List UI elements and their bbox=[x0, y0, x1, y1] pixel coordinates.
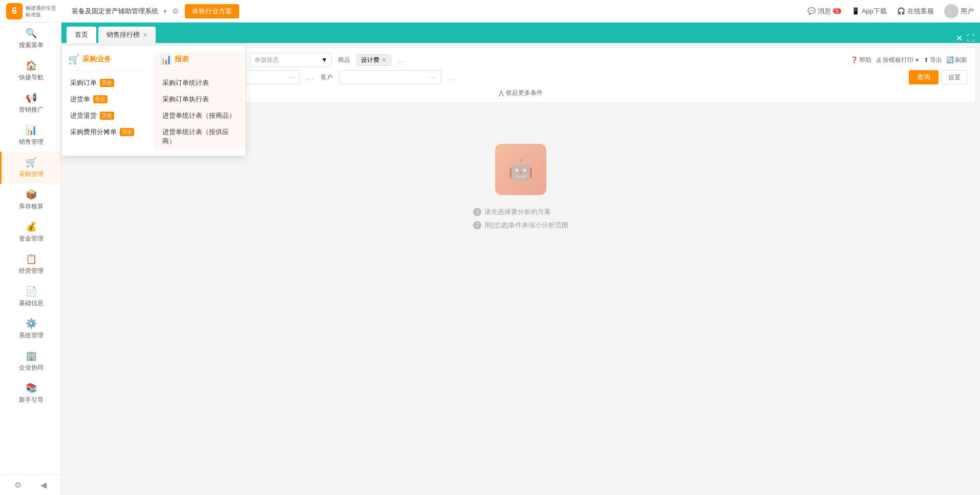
sidebar-item-finance[interactable]: 💰 资金管理 bbox=[0, 216, 61, 248]
dropdown-item-purchase-order-exec[interactable]: 采购订单执行表 bbox=[160, 91, 240, 107]
chevron-down-status: ▼ bbox=[322, 56, 328, 63]
dropdown-cols: 🛒 采购业务 采购订单 历史 进货单 历史 进货退货 历史 采购费用分摊单 历史 bbox=[62, 52, 245, 149]
logo-icon: 6 bbox=[6, 3, 23, 19]
dropdown-report-col: 📊 报表 采购订单统计表 采购订单执行表 进货单统计表（按商品） 进货单统计表（… bbox=[154, 52, 246, 149]
dropdown-item-purchase-order-stat[interactable]: 采购订单统计表 bbox=[160, 75, 240, 91]
export-btn[interactable]: ⬆ 导出 bbox=[924, 56, 942, 64]
gear-icon: ⚙️ bbox=[26, 318, 37, 329]
empty-tip-2: 2 用[过滤]条件来缩小分析范围 bbox=[473, 219, 568, 232]
sidebar-bottom: ⚙ ◀ bbox=[0, 475, 61, 495]
salesman-more[interactable]: ... bbox=[306, 74, 314, 81]
home-icon: 🏠 bbox=[26, 60, 37, 71]
cart-icon: 🛒 bbox=[26, 157, 37, 168]
chevron-up-icon: ⋀ bbox=[499, 90, 504, 97]
goods-tag-close[interactable]: ✕ bbox=[381, 56, 387, 63]
collapse-sidebar-icon[interactable]: ◀ bbox=[40, 480, 47, 490]
help-icon: ❓ bbox=[850, 56, 858, 63]
tab-bar: 首页 销售排行榜 ✕ ✕ ⛶ bbox=[61, 23, 980, 43]
sidebar-item-guide[interactable]: 📚 新手引导 bbox=[0, 377, 61, 410]
box-icon: 📦 bbox=[26, 189, 37, 200]
goods-tag: 设计费 ✕ bbox=[356, 54, 391, 66]
clipboard-icon: 📋 bbox=[26, 253, 37, 265]
help-btn[interactable]: ❓ 帮助 bbox=[850, 56, 871, 64]
tip-num-2: 2 bbox=[473, 221, 481, 229]
settings-bottom-icon[interactable]: ⚙ bbox=[14, 480, 22, 490]
user-btn[interactable]: 用户 bbox=[944, 4, 974, 18]
megaphone-icon: 📢 bbox=[26, 92, 37, 103]
history-badge-2: 历史 bbox=[100, 112, 114, 120]
sidebar: 🔍 搜索菜单 🏠 快捷导航 📢 营销推广 📊 销售管理 🛒 采购管理 📦 库存核… bbox=[0, 23, 61, 495]
query-btn[interactable]: 查询 bbox=[909, 70, 939, 84]
purchase-dropdown-menu: 🛒 采购业务 采购订单 历史 进货单 历史 进货退货 历史 采购费用分摊单 历史 bbox=[61, 45, 246, 156]
industry-btn[interactable]: 体验行业方案 bbox=[185, 4, 239, 18]
logo-text: 畅捷通好生意 标准版 bbox=[26, 5, 56, 18]
message-btn[interactable]: 💬 消息 5 bbox=[807, 7, 841, 16]
building-icon: 🏢 bbox=[26, 350, 37, 361]
tab-actions: ✕ ⛶ bbox=[956, 33, 975, 43]
headset-icon: 🎧 bbox=[897, 7, 905, 15]
sidebar-item-enterprise[interactable]: 🏢 企业协同 bbox=[0, 345, 61, 377]
report-col-title: 📊 报表 bbox=[160, 52, 240, 71]
tip-num-1: 1 bbox=[473, 208, 481, 216]
tab-close-btn[interactable]: ✕ bbox=[956, 33, 963, 43]
refresh-btn[interactable]: 🔄 刷新 bbox=[946, 56, 967, 64]
tab-home[interactable]: 首页 bbox=[67, 27, 96, 43]
goods-more[interactable]: ... bbox=[397, 56, 406, 64]
doc-icon: 📄 bbox=[26, 286, 37, 297]
empty-illustration: 🤖 bbox=[495, 144, 546, 195]
system-title: 装备及固定资产辅助管理系统 ▼ ⚙ bbox=[72, 7, 179, 16]
sidebar-item-operations[interactable]: 📋 经营管理 bbox=[0, 248, 61, 281]
history-badge-3: 历史 bbox=[120, 128, 134, 136]
app-download-btn[interactable]: 📱 App下载 bbox=[851, 7, 887, 16]
dropdown-item-purchase-in-goods[interactable]: 进货单统计表（按商品） bbox=[160, 107, 240, 124]
customer-more[interactable]: ... bbox=[448, 74, 456, 81]
print-dropdown-icon: ▼ bbox=[914, 57, 920, 63]
chevron-down-customer: — bbox=[431, 74, 437, 81]
online-service-btn[interactable]: 🎧 在线客服 bbox=[897, 7, 934, 16]
top-right: 💬 消息 5 📱 App下载 🎧 在线客服 用户 bbox=[807, 4, 974, 18]
top-header: 6 畅捷通好生意 标准版 装备及固定资产辅助管理系统 ▼ ⚙ 体验行业方案 💬 … bbox=[0, 0, 980, 23]
sidebar-item-sales[interactable]: 📊 销售管理 bbox=[0, 119, 61, 152]
money-icon: 💰 bbox=[26, 221, 37, 232]
chart-icon: 📊 bbox=[26, 124, 37, 136]
print-icon: 🖨 bbox=[876, 56, 882, 63]
settings-btn[interactable]: 设置 bbox=[942, 70, 967, 84]
refresh-icon: 🔄 bbox=[946, 56, 954, 63]
tab-close-icon[interactable]: ✕ bbox=[143, 32, 147, 38]
tab-sales-rank[interactable]: 销售排行榜 ✕ bbox=[98, 27, 156, 43]
settings-icon[interactable]: ⚙ bbox=[172, 7, 179, 16]
chevron-down-icon[interactable]: ▼ bbox=[162, 8, 168, 14]
dropdown-item-purchase-in[interactable]: 进货单 历史 bbox=[68, 91, 147, 107]
tab-expand-btn[interactable]: ⛶ bbox=[967, 34, 975, 43]
sidebar-item-system[interactable]: ⚙️ 系统管理 bbox=[0, 313, 61, 345]
dropdown-item-purchase-order[interactable]: 采购订单 历史 bbox=[68, 75, 147, 91]
history-badge-1: 历史 bbox=[93, 95, 108, 103]
purchase-col-icon: 🛒 bbox=[68, 54, 79, 65]
dropdown-item-purchase-in-supplier[interactable]: 进货单统计表（按供应商） bbox=[160, 124, 240, 149]
status-select[interactable]: 单据状态 ▼ bbox=[250, 53, 332, 67]
sidebar-item-quick-nav[interactable]: 🏠 快捷导航 bbox=[0, 55, 61, 87]
dropdown-item-purchase-return[interactable]: 进货退货 历史 bbox=[68, 107, 147, 124]
print-btn[interactable]: 🖨 按模板打印 ▼ bbox=[876, 56, 920, 64]
phone-icon: 📱 bbox=[851, 7, 860, 15]
goods-label: 商品 bbox=[338, 56, 350, 64]
sidebar-item-search[interactable]: 🔍 搜索菜单 bbox=[0, 23, 61, 55]
sidebar-item-basic-info[interactable]: 📄 基础信息 bbox=[0, 281, 61, 313]
message-badge: 5 bbox=[833, 8, 841, 14]
customer-select[interactable]: — bbox=[339, 70, 441, 84]
sidebar-item-purchase[interactable]: 🛒 采购管理 bbox=[0, 152, 61, 184]
sidebar-item-marketing[interactable]: 📢 营销推广 bbox=[0, 87, 61, 119]
avatar bbox=[944, 4, 958, 18]
dropdown-item-purchase-expense[interactable]: 采购费用分摊单 历史 bbox=[68, 124, 147, 140]
sidebar-item-inventory[interactable]: 📦 库存核算 bbox=[0, 184, 61, 216]
action-btns: ❓ 帮助 🖨 按模板打印 ▼ ⬆ 导出 🔄 bbox=[850, 56, 967, 64]
empty-tip-1: 1 请先选择要分析的方案 bbox=[473, 205, 568, 219]
report-col-icon: 📊 bbox=[160, 54, 172, 65]
empty-tips: 1 请先选择要分析的方案 2 用[过滤]条件来缩小分析范围 bbox=[473, 205, 568, 232]
purchase-col-title: 🛒 采购业务 bbox=[68, 52, 147, 71]
export-icon: ⬆ bbox=[924, 56, 929, 63]
history-badge-0: 历史 bbox=[100, 79, 114, 87]
chevron-down-salesman: — bbox=[289, 74, 295, 81]
dropdown-purchase-col: 🛒 采购业务 采购订单 历史 进货单 历史 进货退货 历史 采购费用分摊单 历史 bbox=[62, 52, 154, 149]
search-icon: 🔍 bbox=[26, 28, 37, 39]
